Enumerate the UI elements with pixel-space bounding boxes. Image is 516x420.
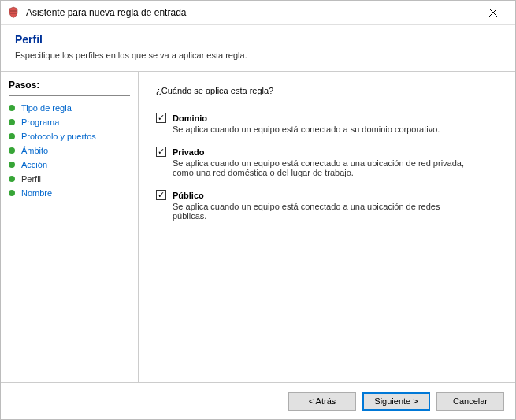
back-button[interactable]: < Atrás — [288, 392, 356, 411]
titlebar: Asistente para nueva regla de entrada — [1, 1, 515, 25]
option-row: Dominio — [156, 113, 498, 123]
step-bullet-icon — [9, 147, 15, 154]
step-perfil[interactable]: Perfil — [9, 172, 130, 186]
footer-buttons: < Atrás Siguiente > Cancelar — [1, 382, 515, 419]
step-label: Programa — [21, 117, 59, 127]
body: Pasos: Tipo de reglaProgramaProtocolo y … — [1, 72, 515, 382]
page-title: Perfil — [15, 33, 501, 46]
step-label: Acción — [21, 160, 47, 169]
close-button[interactable] — [477, 2, 509, 24]
step-protocolo-y-puertos[interactable]: Protocolo y puertos — [9, 129, 130, 143]
step-label: Protocolo y puertos — [21, 132, 96, 141]
option-description: Se aplica cuando un equipo está conectad… — [173, 158, 472, 177]
step-programa[interactable]: Programa — [9, 115, 130, 129]
cancel-button[interactable]: Cancelar — [436, 392, 504, 411]
option-label: Dominio — [173, 113, 207, 123]
profile-option-público: PúblicoSe aplica cuando un equipo está c… — [156, 190, 498, 221]
close-icon — [489, 9, 497, 17]
option-description: Se aplica cuando un equipo está conectad… — [173, 125, 472, 134]
profile-option-dominio: DominioSe aplica cuando un equipo está c… — [156, 113, 498, 134]
steps-heading: Pasos: — [9, 80, 130, 91]
step-bullet-icon — [9, 176, 15, 182]
wizard-window: Asistente para nueva regla de entrada Pe… — [0, 0, 516, 420]
next-button[interactable]: Siguiente > — [362, 392, 430, 411]
step-label: Perfil — [21, 174, 41, 184]
steps-sidebar: Pasos: Tipo de reglaProgramaProtocolo y … — [1, 72, 139, 382]
step-bullet-icon — [9, 105, 15, 111]
option-label: Privado — [173, 147, 204, 157]
step-acci-n[interactable]: Acción — [9, 158, 130, 172]
svg-rect-0 — [10, 10, 17, 12]
step-nombre[interactable]: Nombre — [9, 186, 130, 200]
content-panel: ¿Cuándo se aplica esta regla? DominioSe … — [139, 72, 515, 382]
option-row: Público — [156, 190, 498, 200]
svg-rect-1 — [10, 13, 17, 14]
step-label: Tipo de regla — [21, 103, 72, 113]
step-bullet-icon — [9, 119, 15, 125]
checkbox-dominio[interactable] — [156, 113, 166, 123]
step-bullet-icon — [9, 133, 15, 139]
step-tipo-de-regla[interactable]: Tipo de regla — [9, 101, 130, 115]
option-row: Privado — [156, 147, 498, 157]
checkbox-público[interactable] — [156, 190, 166, 200]
content-prompt: ¿Cuándo se aplica esta regla? — [156, 86, 498, 95]
option-description: Se aplica cuando un equipo está conectad… — [173, 202, 472, 221]
profile-option-privado: PrivadoSe aplica cuando un equipo está c… — [156, 147, 498, 177]
window-title: Asistente para nueva regla de entrada — [26, 7, 477, 18]
option-label: Público — [173, 191, 204, 200]
step-bullet-icon — [9, 190, 15, 196]
step-label: Nombre — [21, 188, 52, 198]
step-label: Ámbito — [21, 146, 48, 155]
steps-separator — [9, 95, 130, 96]
checkbox-privado[interactable] — [156, 147, 166, 157]
page-subtitle: Especifique los perfiles en los que se v… — [15, 50, 501, 60]
firewall-icon — [7, 6, 20, 19]
header-band: Perfil Especifique los perfiles en los q… — [1, 25, 515, 72]
step--mbito[interactable]: Ámbito — [9, 143, 130, 158]
step-bullet-icon — [9, 162, 15, 168]
